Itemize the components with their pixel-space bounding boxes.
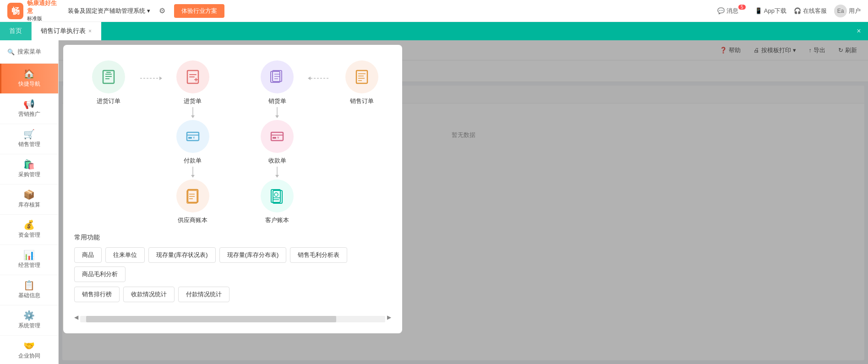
home-tab[interactable]: 首页 — [0, 22, 32, 40]
system-title-dropdown[interactable]: 装备及固定资产辅助管理系统 ▾ — [68, 7, 150, 15]
arrow-1 — [138, 75, 163, 82]
sidebar-item-operations[interactable]: 📊 经营管理 — [0, 245, 58, 275]
sales-bill-label: 销货单 — [268, 97, 286, 105]
search-menu-btn[interactable]: 🔍 搜索菜单 — [4, 45, 55, 59]
sidebar-item-inventory[interactable]: 📦 库存核算 — [0, 185, 58, 215]
finance-icon: 💰 — [23, 220, 35, 229]
purchase-order-circle — [92, 60, 125, 93]
experience-btn[interactable]: 体验行业方案 — [174, 4, 224, 18]
sales-order-node[interactable]: 销售订单 — [332, 60, 391, 105]
receipt-circle: ¥ — [261, 120, 294, 153]
payment-node[interactable]: ¥ 付款单 — [163, 120, 222, 165]
purchase-order-node[interactable]: 进货订单 — [79, 60, 138, 105]
nav-close-btn[interactable]: × — [850, 22, 868, 40]
customer-ledger-label: 客户账本 — [265, 216, 289, 224]
sidebar-item-finance[interactable]: 💰 资金管理 — [0, 215, 58, 245]
tab-close-icon[interactable]: × — [88, 28, 92, 34]
sidebar-item-system[interactable]: ⚙️ 系统管理 — [0, 305, 58, 336]
customer-ledger-circle — [261, 179, 294, 212]
phone-icon: 📱 — [755, 7, 762, 14]
func-btn-payment-stat[interactable]: 付款情况统计 — [178, 287, 229, 302]
func-btn-stock-status[interactable]: 现存量(库存状况表) — [148, 247, 216, 263]
svg-point-42 — [274, 193, 278, 196]
message-icon: 💬 — [717, 7, 725, 14]
supplier-ledger-node[interactable]: 供应商账本 — [163, 179, 222, 224]
purchase-bill-label: 进货单 — [184, 97, 202, 105]
sales-order-label: 销售订单 — [350, 97, 374, 105]
svg-text:¥: ¥ — [192, 136, 195, 140]
online-service-action[interactable]: 🎧 在线客服 — [794, 7, 827, 15]
base-info-icon: 📋 — [23, 281, 35, 290]
top-header: 畅 畅康通好生意 标准版 装备及固定资产辅助管理系统 ▾ ⚙ 体验行业方案 💬 … — [0, 0, 868, 22]
func-btn-stock-dist[interactable]: 现存量(库存分布表) — [219, 247, 287, 263]
arrow-2 — [307, 75, 332, 82]
receipt-label: 收款单 — [268, 157, 286, 165]
svg-rect-36 — [187, 190, 197, 203]
header-right: 💬 消息 5 📱 App下载 🎧 在线客服 Ea 用户 — [717, 5, 861, 17]
scrollbar-thumb[interactable] — [86, 316, 336, 322]
purchase-icon: 🛍️ — [23, 160, 35, 169]
message-action[interactable]: 💬 消息 5 — [717, 7, 748, 15]
payment-label: 付款单 — [184, 157, 202, 165]
flow-diagram: 进货订单 进货单 — [74, 56, 391, 234]
func-btn-product[interactable]: 商品 — [74, 247, 102, 263]
purchase-bill-node[interactable]: 进货单 — [163, 60, 222, 105]
common-functions-title: 常用功能 — [74, 234, 391, 242]
guide-panel: 进货订单 进货单 — [63, 45, 402, 333]
svg-rect-29 — [273, 137, 276, 139]
func-btn-sales-rank[interactable]: 销售排行榜 — [74, 287, 120, 302]
scroll-left-icon[interactable]: ◀ — [74, 314, 78, 321]
svg-rect-25 — [188, 137, 192, 139]
func-btn-partner[interactable]: 往来单位 — [105, 247, 145, 263]
func-btn-sales-margin[interactable]: 销售毛利分析表 — [290, 247, 347, 263]
supplier-ledger-circle — [176, 179, 209, 212]
sidebar-search: 🔍 搜索菜单 — [0, 40, 58, 64]
sidebar-item-quick-nav[interactable]: 🏠 快捷导航 — [0, 64, 58, 94]
sidebar-item-purchase[interactable]: 🛍️ 采购管理 — [0, 154, 58, 185]
func-btn-product-margin[interactable]: 商品毛利分析 — [74, 266, 126, 282]
logo-text: 畅康通好生意 标准版 — [27, 0, 62, 22]
overlay[interactable]: 进货订单 进货单 — [59, 40, 868, 364]
inventory-icon: 📦 — [23, 190, 35, 199]
svg-marker-32 — [191, 175, 195, 178]
common-functions: 常用功能 商品 往来单位 现存量(库存状况表) 现存量(库存分布表) 销售毛利分… — [74, 234, 391, 312]
sales-order-circle — [345, 60, 378, 93]
sidebar-item-enterprise[interactable]: 🤝 企业协同 — [0, 336, 58, 364]
func-btn-receipt-stat[interactable]: 收款情况统计 — [123, 287, 175, 302]
logo-icon: 畅 — [7, 3, 23, 19]
customer-ledger-node[interactable]: 客户账本 — [248, 179, 307, 224]
func-buttons-row2: 销售排行榜 收款情况统计 付款情况统计 — [74, 287, 391, 302]
panel-scrollbar[interactable] — [80, 316, 385, 322]
main-layout: 🔍 搜索菜单 🏠 快捷导航 📢 营销推广 🛒 销售管理 🛍️ 采购管理 📦 库存… — [0, 40, 868, 364]
headset-icon: 🎧 — [794, 7, 801, 14]
enterprise-icon: 🤝 — [23, 341, 35, 350]
svg-marker-22 — [275, 115, 279, 118]
svg-rect-14 — [356, 71, 367, 83]
svg-marker-20 — [191, 115, 195, 118]
sales-order-tab[interactable]: 销售订单执行表 × — [32, 22, 101, 40]
svg-text:¥: ¥ — [277, 136, 279, 140]
content-area: ❓ 帮助 🖨 按模板打印 ▾ ↑ 导出 ↻ 刷新 yyyy-mm-dd — [59, 40, 868, 364]
logo-area: 畅 畅康通好生意 标准版 — [7, 0, 62, 22]
panel-scroll-container: ◀ ▶ — [74, 312, 391, 322]
operations-icon: 📊 — [23, 250, 35, 260]
purchase-order-label: 进货订单 — [97, 97, 120, 105]
scroll-right-icon[interactable]: ▶ — [387, 314, 391, 321]
message-badge: 5 — [738, 5, 746, 10]
sidebar-item-sales[interactable]: 🛒 销售管理 — [0, 124, 58, 154]
svg-marker-13 — [308, 76, 311, 80]
supplier-ledger-label: 供应商账本 — [178, 216, 207, 224]
settings-icon[interactable]: ⚙ — [156, 5, 169, 17]
search-icon: 🔍 — [7, 49, 15, 55]
nav-tabs: 首页 销售订单执行表 × × — [0, 22, 868, 40]
app-download-action[interactable]: 📱 App下载 — [755, 7, 786, 15]
sidebar-item-marketing[interactable]: 📢 营销推广 — [0, 94, 58, 124]
user-action[interactable]: Ea 用户 — [834, 5, 861, 17]
system-title: 装备及固定资产辅助管理系统 — [68, 7, 145, 15]
sidebar-item-base-info[interactable]: 📋 基础信息 — [0, 275, 58, 305]
header-left: 畅 畅康通好生意 标准版 装备及固定资产辅助管理系统 ▾ ⚙ 体验行业方案 — [7, 0, 224, 22]
func-buttons-row1: 商品 往来单位 现存量(库存状况表) 现存量(库存分布表) 销售毛利分析表 商品… — [74, 247, 391, 282]
receipt-node[interactable]: ¥ 收款单 — [248, 120, 307, 165]
payment-circle: ¥ — [176, 120, 209, 153]
sales-bill-node[interactable]: 销货单 — [248, 60, 307, 105]
